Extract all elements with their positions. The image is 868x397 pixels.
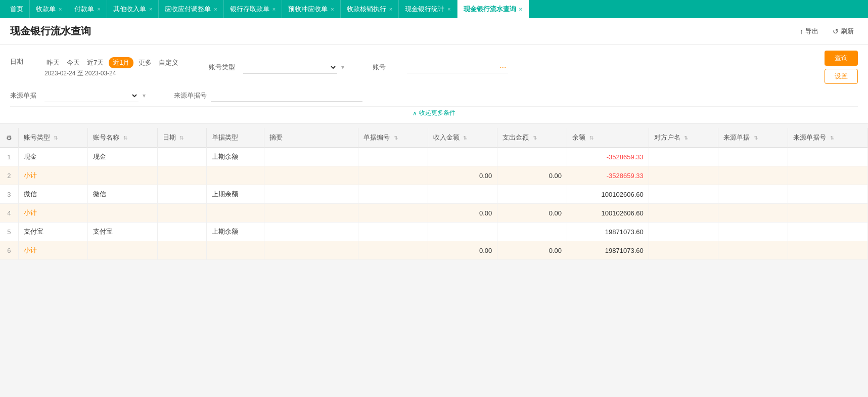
row-num: 3 <box>0 185 18 204</box>
date-option-custom[interactable]: 自定义 <box>157 57 180 68</box>
source-doc-select[interactable] <box>44 89 139 102</box>
cell-date <box>157 166 206 185</box>
cell-date <box>157 185 206 204</box>
export-button[interactable]: ↑ 导出 <box>796 25 823 38</box>
nav-ar-ap-adjust[interactable]: 应收应付调整单 × <box>159 0 223 18</box>
sort-income-icon[interactable]: ⇅ <box>463 135 467 141</box>
cell-source-doc <box>718 241 788 260</box>
cell-expense <box>497 223 567 241</box>
cell-source-doc <box>718 223 788 241</box>
sort-account-name-icon[interactable]: ⇅ <box>123 135 127 141</box>
collapse-label: 收起更多条件 <box>419 109 455 117</box>
date-option-today[interactable]: 今天 <box>65 57 82 68</box>
close-advance-receipt-icon[interactable]: × <box>331 6 334 12</box>
sort-counterpart-icon[interactable]: ⇅ <box>684 135 688 141</box>
nav-cash-bank-stats[interactable]: 现金银行统计 × <box>399 0 457 18</box>
source-doc-filter: 来源单据 ▾ <box>10 89 146 102</box>
date-option-yesterday[interactable]: 昨天 <box>44 57 62 68</box>
th-balance: 余额 ⇅ <box>567 128 649 148</box>
cell-source-doc-num <box>788 166 868 185</box>
th-gear[interactable]: ⚙ <box>0 128 18 148</box>
th-doc-type: 单据类型 <box>207 128 264 148</box>
cell-counterpart <box>649 148 718 166</box>
source-doc-select-wrap: ▾ <box>44 89 146 102</box>
table-row: 3 微信 微信 上期余额 100102606.60 <box>0 185 868 204</box>
refresh-button[interactable]: ↺ 刷新 <box>829 25 858 38</box>
collapse-bar[interactable]: ∧ 收起更多条件 <box>10 106 858 119</box>
cell-doc-type <box>207 241 264 260</box>
cell-account-type: 支付宝 <box>18 223 88 241</box>
close-ar-ap-adjust-icon[interactable]: × <box>214 6 217 12</box>
nav-receipts[interactable]: 收款单 × <box>30 0 68 18</box>
nav-home[interactable]: 首页 <box>4 0 30 18</box>
collapse-up-icon: ∧ <box>413 110 417 117</box>
th-account-name: 账号名称 ⇅ <box>88 128 158 148</box>
account-type-dropdown-icon: ▾ <box>341 64 344 71</box>
header-actions: ↑ 导出 ↺ 刷新 <box>796 25 858 38</box>
cell-date <box>157 204 206 223</box>
date-filter-group: 日期 昨天 今天 近7天 近1月 更多 自定义 2023-02-24 至 202… <box>10 57 180 78</box>
sort-balance-icon[interactable]: ⇅ <box>589 135 593 141</box>
source-doc-num-input[interactable] <box>211 90 362 101</box>
close-bank-deposit-icon[interactable]: × <box>272 6 276 12</box>
account-input-wrap: ··· <box>407 61 508 73</box>
row-num: 4 <box>0 204 18 223</box>
row-num: 5 <box>0 223 18 241</box>
nav-advance-receipt[interactable]: 预收冲应收单 × <box>282 0 340 18</box>
cell-balance: 19871073.60 <box>567 223 649 241</box>
top-navigation: 首页 收款单 × 付款单 × 其他收入单 × 应收应付调整单 × 银行存取款单 … <box>0 0 868 18</box>
cell-account-name <box>88 204 158 223</box>
date-option-7days[interactable]: 近7天 <box>85 57 106 68</box>
nav-cash-bank-flow[interactable]: 现金银行流水查询 × <box>458 0 529 18</box>
sort-date-icon[interactable]: ⇅ <box>179 135 184 141</box>
nav-other-income[interactable]: 其他收入单 × <box>107 0 159 18</box>
page-title: 现金银行流水查询 <box>10 24 91 38</box>
cell-source-doc <box>718 166 788 185</box>
th-date: 日期 ⇅ <box>157 128 206 148</box>
sort-expense-icon[interactable]: ⇅ <box>533 135 537 141</box>
nav-receipt-verify[interactable]: 收款核销执行 × <box>341 0 399 18</box>
th-expense: 支出金额 ⇅ <box>497 128 567 148</box>
th-doc-number: 单据编号 ⇅ <box>358 128 428 148</box>
cell-source-doc <box>718 148 788 166</box>
th-account-type: 账号类型 ⇅ <box>18 128 88 148</box>
cell-summary <box>264 166 358 185</box>
sort-source-doc-icon[interactable]: ⇅ <box>754 135 758 141</box>
account-ellipsis-icon[interactable]: ··· <box>497 63 508 72</box>
cell-account-name <box>88 241 158 260</box>
close-receipt-verify-icon[interactable]: × <box>389 6 392 12</box>
nav-bank-deposit[interactable]: 银行存取款单 × <box>224 0 282 18</box>
query-button[interactable]: 查询 <box>825 51 858 66</box>
close-receipts-icon[interactable]: × <box>59 6 62 12</box>
cell-counterpart <box>649 185 718 204</box>
close-other-income-icon[interactable]: × <box>149 6 152 12</box>
nav-payments[interactable]: 付款单 × <box>68 0 107 18</box>
row-num: 1 <box>0 148 18 166</box>
close-cash-bank-flow-icon[interactable]: × <box>519 6 522 12</box>
close-payments-icon[interactable]: × <box>97 6 100 12</box>
account-type-select[interactable]: 现金 微信 支付宝 <box>243 61 337 74</box>
account-input[interactable] <box>407 61 497 73</box>
cell-date <box>157 223 206 241</box>
row-num: 2 <box>0 166 18 185</box>
cell-counterpart <box>649 166 718 185</box>
settings-button[interactable]: 设置 <box>825 69 858 84</box>
date-option-more[interactable]: 更多 <box>136 57 154 68</box>
cell-doc-number <box>358 166 428 185</box>
filter-bar: 日期 昨天 今天 近7天 近1月 更多 自定义 2023-02-24 至 202… <box>0 45 868 124</box>
cell-expense <box>497 148 567 166</box>
cell-doc-number <box>358 185 428 204</box>
cell-doc-number <box>358 223 428 241</box>
sort-doc-number-icon[interactable]: ⇅ <box>394 135 398 141</box>
date-option-1month[interactable]: 近1月 <box>109 57 133 68</box>
date-options-group: 昨天 今天 近7天 近1月 更多 自定义 2023-02-24 至 2023-0… <box>44 57 180 78</box>
close-cash-bank-stats-icon[interactable]: × <box>447 6 450 12</box>
cell-expense <box>497 185 567 204</box>
cell-date <box>157 241 206 260</box>
sort-source-doc-num-icon[interactable]: ⇅ <box>830 135 834 141</box>
source-doc-label: 来源单据 <box>10 91 40 100</box>
cell-doc-type <box>207 204 264 223</box>
sort-account-type-icon[interactable]: ⇅ <box>54 135 58 141</box>
table-row: 6 小计 0.00 0.00 19871073.60 <box>0 241 868 260</box>
cell-balance: 19871073.60 <box>567 241 649 260</box>
